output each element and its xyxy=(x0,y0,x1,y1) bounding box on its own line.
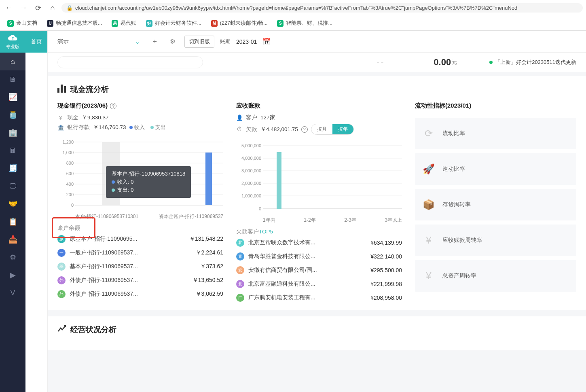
bank-icon: 🏦 xyxy=(57,124,64,131)
nav-document-icon[interactable]: 🗎 xyxy=(0,70,25,88)
legend-income: 收入 xyxy=(129,124,145,131)
badge-icon: 广 xyxy=(236,294,244,302)
left-sidebar: 专业版 ⌂ 🗎 📈 🫙 🏢 🖩 🧾 🖵 🤝 📋 📥 ⚙ ▶ V xyxy=(0,31,25,392)
ar-chart: 5,000,000 4,000,000 3,000,000 2,000,000 … xyxy=(236,142,402,222)
list-item[interactable]: 青青岛华胜普金科技有限公...¥322,140.00 xyxy=(236,252,402,261)
legend-expense: 支出 xyxy=(150,124,166,131)
nav-screen-icon[interactable]: 🖵 xyxy=(0,177,25,195)
bookmark[interactable]: U畅捷通信息技术股... xyxy=(43,18,106,28)
add-button[interactable]: ＋ xyxy=(149,36,161,48)
nav-home-icon[interactable]: ⌂ xyxy=(0,53,25,70)
liquidity-tile-quick-ratio[interactable]: 🚀速动比率 xyxy=(415,153,576,185)
period-value: 2023-01 xyxy=(236,38,257,45)
list-item[interactable]: 外外债户-招行-1109069537...￥13,650.52 xyxy=(57,276,223,284)
rocket-icon: 🚀 xyxy=(421,161,437,177)
svg-text:2,000,000: 2,000,000 xyxy=(241,181,261,186)
svg-text:0: 0 xyxy=(259,206,261,211)
nav-inbox-icon[interactable]: 📥 xyxy=(0,231,25,248)
chart-tooltip: 基本户-招行-110906953710818 收入: 0 支出: 0 xyxy=(106,166,191,198)
svg-text:1,000,000: 1,000,000 xyxy=(241,193,261,198)
card-title: 现金流分析 xyxy=(57,84,576,95)
top5-link[interactable]: TOP5 xyxy=(259,229,273,235)
metric-cash: ¥ 现金 ￥9,830.37 xyxy=(57,113,223,123)
toggle-month[interactable]: 按月 xyxy=(311,124,332,134)
nav-jar-icon[interactable]: 🫙 xyxy=(0,106,25,124)
strip-dash: -- xyxy=(377,58,385,67)
svg-text:400: 400 xyxy=(66,182,74,186)
badge-icon: 安 xyxy=(236,266,244,274)
nav-play-icon[interactable]: ▶ xyxy=(0,266,25,284)
badge-icon: 北 xyxy=(236,280,244,288)
badge-icon: 一 xyxy=(57,249,66,257)
badge-icon: 基 xyxy=(57,263,66,271)
switch-old-version-button[interactable]: 切到旧版 xyxy=(184,36,214,48)
nav-chart-icon[interactable]: 📈 xyxy=(0,88,25,106)
nav-clipboard-icon[interactable]: 📋 xyxy=(0,213,25,231)
operating-card: 经营状况分析 xyxy=(48,316,586,350)
list-item[interactable]: 基基本户-招行-1109069537...￥373.62 xyxy=(57,263,223,271)
nav-building-icon[interactable]: 🏢 xyxy=(0,124,25,142)
period-toggle: 按月 按年 xyxy=(311,124,354,135)
back-button[interactable]: ← xyxy=(3,2,15,14)
calendar-icon[interactable]: 📅 xyxy=(262,38,271,45)
liquidity-title: 流动性指标(2023/01) xyxy=(415,102,471,110)
list-item[interactable]: 一一般户-招行-1109069537...￥2,224.61 xyxy=(57,249,223,257)
card-title: 经营状况分析 xyxy=(57,324,576,335)
liquidity-tile-current-ratio[interactable]: ⟳流动比率 xyxy=(415,118,576,149)
help-icon[interactable]: ? xyxy=(301,126,308,133)
nav-handshake-icon[interactable]: 🤝 xyxy=(0,195,25,213)
list-item[interactable]: 外外债户-招行-1109069537...￥3,062.59 xyxy=(57,290,223,298)
metric-customer: 👤 客户 127家 xyxy=(236,113,402,123)
help-icon[interactable]: ? xyxy=(110,103,116,109)
list-item[interactable]: 广广东腾安机电安装工程有...¥208,958.00 xyxy=(236,294,402,302)
ar-title: 应收账款 xyxy=(236,102,260,110)
forward-button[interactable]: → xyxy=(18,2,29,14)
cash-bank-column: 现金银行(2023/06) ? ¥ 现金 ￥9,830.37 🏦 银行存款 ￥1… xyxy=(57,102,223,302)
bookmark[interactable]: S智能票、财、税推... xyxy=(273,18,336,28)
gear-icon[interactable]: ⚙ xyxy=(167,36,179,48)
svg-text:0: 0 xyxy=(71,203,74,208)
tab-home[interactable]: 首页 xyxy=(25,31,47,53)
summary-strip: -- 0.00 元 「上新」好会计20230511迭代更新 xyxy=(48,53,586,72)
strip-unit: 元 xyxy=(452,59,457,66)
liquidity-tile-inventory-turnover[interactable]: 📦存货周转率 xyxy=(415,189,576,220)
list-item[interactable]: 原原基本户-招行-11090695...￥131,548.22 xyxy=(57,235,223,243)
home-button[interactable]: ⌂ xyxy=(47,2,58,14)
customer-list: 北北京互帮联众数字技术有...¥634,139.99 青青岛华胜普金科技有限公.… xyxy=(236,239,402,302)
toggle-year[interactable]: 按年 xyxy=(332,124,353,134)
address-bar[interactable]: 🔒 cloud.chanjet.com/accounting/uw1eb00zy… xyxy=(61,3,583,13)
svg-text:3,000,000: 3,000,000 xyxy=(241,168,261,173)
account-list: 原原基本户-招行-11090695...￥131,548.22 一一般户-招行-… xyxy=(57,235,223,298)
ar-column: 应收账款 👤 客户 127家 ⏱ 欠款 ￥4,482,001.75 ? xyxy=(236,102,402,302)
search-pill[interactable] xyxy=(57,56,203,68)
list-item[interactable]: 北北京富基融通科技有限公...¥221,999.98 xyxy=(236,280,402,288)
bookmark[interactable]: M(227封未读邮件)畅... xyxy=(207,18,272,28)
yen-icon: ¥ xyxy=(421,232,437,248)
update-notice[interactable]: 「上新」好会计20230511迭代更新 xyxy=(489,59,576,66)
box-icon: 📦 xyxy=(421,197,437,213)
content-scroll[interactable]: -- 0.00 元 「上新」好会计20230511迭代更新 现金流分析 xyxy=(48,53,586,392)
period-label: 账期 xyxy=(220,38,231,45)
reload-button[interactable]: ⟳ xyxy=(32,2,44,14)
svg-text:4,000,000: 4,000,000 xyxy=(241,156,261,161)
liquidity-column: 流动性指标(2023/01) ⟳流动比率 🚀速动比率 📦存货周转率 ¥应收账款周… xyxy=(415,102,576,302)
org-selector[interactable]: 演示 ⌄ xyxy=(54,36,143,48)
url-text: cloud.chanjet.com/accounting/uw1eb00zy96… xyxy=(75,5,517,11)
list-item[interactable]: 北北京互帮联众数字技术有...¥634,139.99 xyxy=(236,239,402,247)
bookmark[interactable]: S金山文档 xyxy=(3,18,41,28)
bookmark[interactable]: 易易代账 xyxy=(108,18,140,28)
bookmark[interactable]: 好好会计云财务软件... xyxy=(142,18,205,28)
app-logo[interactable]: 专业版 xyxy=(0,31,25,53)
nav-bill-icon[interactable]: 🧾 xyxy=(0,159,25,177)
svg-text:200: 200 xyxy=(66,192,74,197)
nav-settings-icon[interactable]: ⚙ xyxy=(0,248,25,266)
x-axis-labels: 1年内 1-2年 2-3年 3年以上 xyxy=(236,217,402,224)
list-item[interactable]: 安安徽有信商贸有限公司/国...¥295,500.00 xyxy=(236,266,402,274)
main-panel: 演示 ⌄ ＋ ⚙ 切到旧版 账期 2023-01 📅 -- 0.00 元 「上新… xyxy=(48,31,586,392)
svg-text:5,000,000: 5,000,000 xyxy=(241,143,261,148)
nav-calculator-icon[interactable]: 🖩 xyxy=(0,142,25,159)
nav-v-icon[interactable]: V xyxy=(0,284,25,302)
liquidity-tile-ar-turnover[interactable]: ¥应收账款周转率 xyxy=(415,225,576,256)
liquidity-tile-asset-turnover[interactable]: ¥总资产周转率 xyxy=(415,260,576,292)
dot-icon xyxy=(489,61,493,64)
